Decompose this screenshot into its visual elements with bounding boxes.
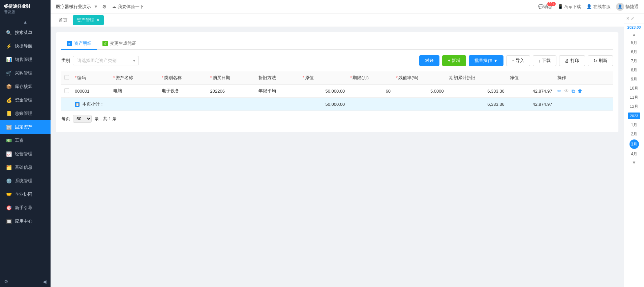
sidebar-bottom: ⚙ ◀	[0, 276, 51, 287]
salary-icon: 💵	[5, 137, 12, 144]
sidebar-item-quick-nav[interactable]: ⚡ 快捷导航	[0, 39, 51, 53]
month-9[interactable]: 9月	[624, 75, 644, 84]
batch-ops-label: 批量操作	[474, 58, 492, 64]
sidebar-item-label: 搜索菜单	[15, 30, 32, 36]
copy-icon[interactable]: ⧉	[572, 88, 575, 94]
company-name[interactable]: 医疗器械行业演示	[56, 4, 91, 10]
content-area: 首页 资产管理 ✕ ≡ 资产明细 ↺	[51, 13, 644, 287]
sub-tabs: ≡ 资产明细 ↺ 变更生成凭证	[61, 38, 613, 50]
online-service-button[interactable]: 👤 在线客服	[586, 4, 611, 10]
row-checkbox[interactable]	[64, 88, 69, 93]
right-panel-scroll-up[interactable]: ▲	[631, 31, 638, 38]
table-header: *编码 *资产名称 *类别名称 *购买日期 折旧方法 *原值 *期限(月) *残…	[61, 71, 613, 85]
batch-ops-button[interactable]: 批量操作 ▼	[469, 55, 503, 66]
select-all-checkbox[interactable]	[64, 75, 69, 80]
category-input[interactable]: 请选择固定资产类别	[77, 58, 131, 64]
messages-button[interactable]: 💬 消息 99+	[538, 4, 552, 10]
sidebar-item-label: 系统管理	[15, 178, 32, 184]
subtotal-net-value: 42,874.97	[507, 98, 555, 111]
month-4[interactable]: 4月	[624, 150, 644, 159]
toolbar-left: 类别 请选择固定资产类别 ▼	[61, 56, 417, 65]
right-panel-header: ✕ ⤢	[624, 13, 644, 24]
sidebar-item-funds[interactable]: 💰 资金管理	[0, 93, 51, 107]
refresh-button[interactable]: ↻ 刷新	[588, 55, 613, 66]
sidebar-item-purchase[interactable]: 🛒 采购管理	[0, 66, 51, 80]
month-1[interactable]: 1月	[624, 121, 644, 130]
right-panel-scroll-down[interactable]: ▼	[631, 159, 638, 166]
tab-change-voucher[interactable]: ↺ 变更生成凭证	[97, 38, 142, 50]
row-actions: ✏ 👁 ⧉ 🗑	[555, 85, 613, 98]
sidebar-item-system[interactable]: ⚙️ 系统管理	[0, 174, 51, 188]
username-label: 畅捷通	[625, 4, 639, 10]
header-net-value: 净值	[507, 71, 555, 85]
asset-table: *编码 *资产名称 *类别名称 *购买日期 折旧方法 *原值 *期限(月) *残…	[61, 71, 613, 111]
subtotal-residual-empty	[393, 98, 447, 111]
sidebar-item-guide[interactable]: 🎯 新手引导	[0, 201, 51, 215]
subtotal-period-empty	[347, 98, 393, 111]
import-button[interactable]: ↑ 导入	[506, 55, 530, 66]
right-panel-close-icon[interactable]: ✕	[626, 16, 630, 21]
toolbar: 类别 请选择固定资产类别 ▼ 对账 + 新增 批量操作	[61, 55, 613, 66]
sidebar-item-inventory[interactable]: 📦 库存核算	[0, 80, 51, 93]
tab-asset-management[interactable]: 资产管理 ✕	[73, 15, 104, 25]
month-11[interactable]: 11月	[624, 93, 644, 102]
row-depreciation-method: 年限平均	[256, 85, 300, 98]
sidebar-item-operations[interactable]: 📈 经营管理	[0, 147, 51, 161]
tab-asset-detail[interactable]: ≡ 资产明细	[61, 38, 97, 50]
settings-icon[interactable]: ⚙	[4, 279, 8, 284]
service-icon: 👤	[586, 4, 592, 9]
right-panel-expand-icon[interactable]: ⤢	[631, 16, 634, 21]
sidebar-item-general[interactable]: 📒 总账管理	[0, 107, 51, 120]
right-panel-controls: ✕ ⤢	[626, 16, 634, 21]
sidebar-item-label: 固定资产	[15, 124, 32, 130]
edit-icon[interactable]: ✏	[557, 88, 561, 94]
view-icon[interactable]: 👁	[564, 88, 569, 94]
collapse-icon[interactable]: ◀	[43, 279, 47, 284]
category-select[interactable]: 请选择固定资产类别 ▼	[73, 56, 139, 65]
sidebar-item-fixed-assets[interactable]: 🏢 固定资产	[0, 120, 51, 134]
user-menu[interactable]: 👤 畅捷通	[616, 3, 639, 11]
tab-home[interactable]: 首页	[56, 17, 70, 23]
reconcile-button[interactable]: 对账	[419, 55, 439, 66]
topbar-right: 💬 消息 99+ 📱 App下载 👤 在线客服 👤 畅捷通	[538, 3, 639, 11]
general-icon: 📒	[5, 110, 12, 117]
month-3-current[interactable]: 3月	[630, 139, 639, 149]
company-dropdown-icon[interactable]: ▼	[94, 4, 98, 9]
month-6[interactable]: 6月	[624, 47, 644, 57]
app-download-button[interactable]: 📱 App下载	[558, 4, 581, 10]
import-icon: ↑	[512, 58, 514, 63]
table-row: 000001 电脑 电子设备 202206 年限平均 50,000.00 60 …	[61, 85, 613, 98]
new-button[interactable]: + 新增	[442, 55, 466, 66]
print-button[interactable]: 🖨 打印	[559, 55, 585, 66]
subtotal-initial-accumulated: 6,333.36	[447, 98, 507, 111]
sidebar-item-sales[interactable]: 📊 销售管理	[0, 53, 51, 66]
search-icon: 🔍	[5, 29, 12, 36]
sidebar-item-salary[interactable]: 💵 工资	[0, 134, 51, 147]
year-2023-badge[interactable]: 2023	[628, 113, 640, 119]
month-8[interactable]: 8月	[624, 66, 644, 75]
toolbar-right: 对账 + 新增 批量操作 ▼ ↑ 导入 ↓	[419, 55, 613, 66]
month-2[interactable]: 2月	[624, 130, 644, 139]
row-code: 000001	[72, 85, 111, 98]
delete-icon[interactable]: 🗑	[578, 88, 582, 94]
sidebar-item-app-center[interactable]: 🔲 应用中心	[0, 215, 51, 228]
month-12[interactable]: 12月	[624, 102, 644, 111]
sidebar-scroll-up[interactable]: ▲	[0, 18, 51, 26]
app-download-label: App下载	[564, 4, 581, 10]
experience-button[interactable]: ☁ 我要体验一下	[112, 4, 144, 10]
month-7[interactable]: 7月	[624, 57, 644, 66]
month-5[interactable]: 5月	[624, 38, 644, 47]
topbar-gear-icon[interactable]: ⚙	[102, 4, 106, 10]
sidebar-item-enterprise[interactable]: 🤝 企业协同	[0, 188, 51, 201]
download-button[interactable]: ↓ 下载	[533, 55, 557, 66]
month-10[interactable]: 10月	[624, 84, 644, 93]
category-dropdown-icon: ▼	[132, 59, 136, 63]
basic-info-icon: 🗂️	[5, 164, 12, 171]
sidebar-item-search[interactable]: 🔍 搜索菜单	[0, 26, 51, 39]
sidebar-item-basic-info[interactable]: 🗂️ 基础信息	[0, 161, 51, 174]
service-label: 在线客服	[593, 4, 611, 10]
tab-close-icon[interactable]: ✕	[96, 18, 100, 23]
per-page-select[interactable]: 50 100	[73, 115, 92, 123]
sidebar-item-label: 应用中心	[15, 218, 32, 224]
header-purchase-date: *购买日期	[208, 71, 256, 85]
